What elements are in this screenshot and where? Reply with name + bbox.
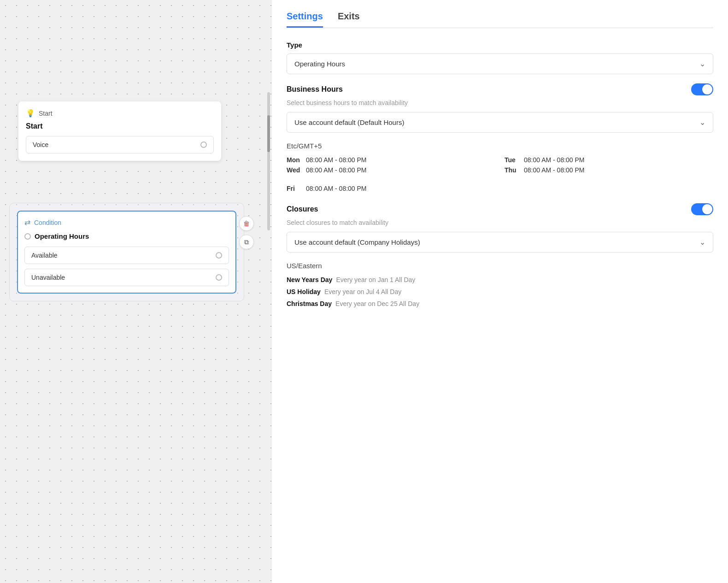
closures-label: Closures xyxy=(287,205,318,213)
start-node-dot xyxy=(200,141,207,148)
start-node-header-label: Start xyxy=(39,110,53,117)
lightbulb-icon: 💡 xyxy=(26,109,35,118)
tabs: Settings Exits xyxy=(287,11,713,28)
condition-node: ⇄ Condition Operating Hours Available Un… xyxy=(17,211,236,294)
business-hours-timezone: Etc/GMT+5 xyxy=(287,142,713,150)
closures-toggle-row: Closures xyxy=(287,203,713,215)
holiday-desc-1: Every year on Jul 4 All Day xyxy=(324,288,401,295)
business-hours-toggle[interactable] xyxy=(691,83,713,95)
delete-button[interactable]: 🗑 xyxy=(239,216,254,231)
closures-hint: Select closures to match availability xyxy=(287,219,713,226)
type-dropdown-value: Operating Hours xyxy=(294,60,345,68)
hours-row-fri: Fri 08:00 AM - 08:00 PM xyxy=(287,185,713,192)
day-wed: Wed xyxy=(287,166,302,174)
hours-row-mon: Mon 08:00 AM - 08:00 PM xyxy=(287,156,495,164)
holiday-desc-2: Every year on Dec 25 All Day xyxy=(335,300,419,307)
closures-toggle[interactable] xyxy=(691,203,713,215)
business-hours-hint: Select business hours to match availabil… xyxy=(287,99,713,106)
output-unavailable-dot xyxy=(216,274,222,281)
holiday-row-0: New Years Day Every year on Jan 1 All Da… xyxy=(287,276,713,283)
scrollbar-thumb[interactable] xyxy=(267,115,270,152)
hours-row-wed: Wed 08:00 AM - 08:00 PM xyxy=(287,166,495,174)
tab-settings[interactable]: Settings xyxy=(287,11,323,28)
holiday-row-2: Christmas Day Every year on Dec 25 All D… xyxy=(287,300,713,307)
output-unavailable-label: Unavailable xyxy=(31,274,65,281)
day-mon: Mon xyxy=(287,156,302,164)
output-unavailable[interactable]: Unavailable xyxy=(24,269,229,286)
holiday-list: New Years Day Every year on Jan 1 All Da… xyxy=(287,276,713,307)
business-hours-dropdown[interactable]: Use account default (Default Hours) ⌄ xyxy=(287,112,713,133)
output-available[interactable]: Available xyxy=(24,247,229,264)
closures-toggle-knob xyxy=(702,204,712,214)
closures-timezone: US/Eastern xyxy=(287,262,713,270)
type-dropdown[interactable]: Operating Hours ⌄ xyxy=(287,53,713,74)
hours-row-thu: Thu 08:00 AM - 08:00 PM xyxy=(505,166,713,174)
condition-icon: ⇄ xyxy=(24,218,30,227)
output-available-label: Available xyxy=(31,252,58,259)
start-node-header: 💡 Start xyxy=(26,109,214,118)
day-thu: Thu xyxy=(505,166,520,174)
hours-row-tue: Tue 08:00 AM - 08:00 PM xyxy=(505,156,713,164)
condition-wrapper: → ⇄ Condition Operating Hours Available … xyxy=(9,203,244,301)
condition-node-header: ⇄ Condition xyxy=(24,218,229,227)
holiday-name-0: New Years Day xyxy=(287,276,332,283)
closures-section: Closures Select closures to match availa… xyxy=(287,203,713,307)
condition-node-header-label: Condition xyxy=(34,219,61,226)
closures-dropdown-value: Use account default (Company Holidays) xyxy=(294,238,420,246)
closures-dropdown-chevron: ⌄ xyxy=(699,238,705,247)
condition-label: Operating Hours xyxy=(24,232,229,240)
hours-mon: 08:00 AM - 08:00 PM xyxy=(306,156,367,164)
business-hours-section: Business Hours Select business hours to … xyxy=(287,83,713,192)
settings-panel: Settings Exits Type Operating Hours ⌄ Bu… xyxy=(272,0,728,583)
canvas-panel: 💡 Start Start Voice → ⇄ Condition Operat… xyxy=(0,0,272,583)
start-node-output-label: Voice xyxy=(33,141,48,148)
condition-radio xyxy=(24,233,31,240)
start-node: 💡 Start Start Voice xyxy=(18,101,221,161)
hours-thu: 08:00 AM - 08:00 PM xyxy=(524,166,585,174)
type-dropdown-chevron: ⌄ xyxy=(699,59,705,68)
hours-grid: Mon 08:00 AM - 08:00 PM Tue 08:00 AM - 0… xyxy=(287,156,713,174)
closures-dropdown[interactable]: Use account default (Company Holidays) ⌄ xyxy=(287,232,713,253)
scrollbar[interactable] xyxy=(267,92,270,230)
type-section: Type Operating Hours ⌄ xyxy=(287,41,713,74)
business-hours-toggle-row: Business Hours xyxy=(287,83,713,95)
hours-tue: 08:00 AM - 08:00 PM xyxy=(524,156,585,164)
business-hours-dropdown-chevron: ⌄ xyxy=(699,118,705,127)
output-available-dot xyxy=(216,252,222,259)
business-hours-label: Business Hours xyxy=(287,85,343,94)
start-node-title: Start xyxy=(26,122,214,130)
day-tue: Tue xyxy=(505,156,520,164)
type-label: Type xyxy=(287,41,713,49)
day-fri: Fri xyxy=(287,185,302,192)
hours-wed: 08:00 AM - 08:00 PM xyxy=(306,166,367,174)
holiday-name-1: US Holiday xyxy=(287,288,321,295)
condition-label-text: Operating Hours xyxy=(35,232,89,240)
holiday-row-1: US Holiday Every year on Jul 4 All Day xyxy=(287,288,713,295)
hours-fri: 08:00 AM - 08:00 PM xyxy=(306,185,367,192)
start-node-output[interactable]: Voice xyxy=(26,136,214,153)
business-hours-dropdown-value: Use account default (Default Hours) xyxy=(294,118,404,126)
copy-button[interactable]: ⧉ xyxy=(239,235,254,249)
business-hours-toggle-knob xyxy=(702,84,712,94)
tab-exits[interactable]: Exits xyxy=(338,11,360,28)
holiday-name-2: Christmas Day xyxy=(287,300,332,307)
holiday-desc-0: Every year on Jan 1 All Day xyxy=(336,276,415,283)
condition-actions: 🗑 ⧉ xyxy=(239,216,254,249)
